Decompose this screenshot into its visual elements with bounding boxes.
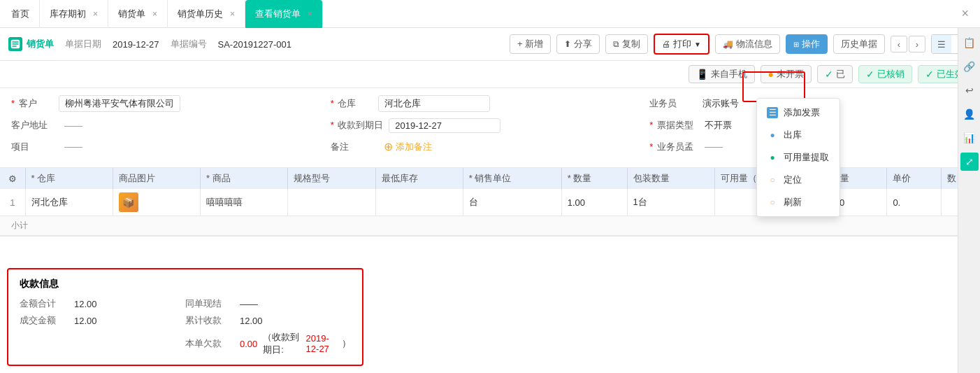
dropdown-available-qty[interactable]: ● 可用量提取 [757,146,840,169]
outbound-icon: ● [767,129,778,141]
arrears-row: 本单欠款 0.00 （收款到期日: 2019-12-27 ） [185,331,351,356]
tab-sales-order-close[interactable]: × [152,9,157,19]
refresh-label: 刷新 [784,196,802,209]
cell-unit: 台 [463,189,561,216]
next-arrow[interactable]: › [909,36,925,52]
outbound-label: 出库 [784,129,802,141]
cell-min-stock [375,189,463,216]
sidebar-chart-icon[interactable]: 📊 [960,129,979,147]
tab-view-sales-close[interactable]: × [308,9,312,19]
col-product: * 商品 [201,168,288,189]
right-sidebar: 📋 🔗 ↩ 👤 📊 ⤢ [958,28,980,373]
add-note-btn[interactable]: ⊕ 添加备注 [378,139,438,155]
main-content: 销货单 单据日期 2019-12-27 单据编号 SA-20191227-001… [0,28,980,373]
col-settings[interactable]: ⚙ [0,168,25,189]
print-button[interactable]: 🖨 打印 ▼ [654,34,709,55]
doc-title: 销货单 [8,37,54,51]
cell-spec [288,189,375,216]
payment-date-label: * 收款到期日 [331,119,384,132]
already-cancelled-badge: ✓ 已核销 [858,65,912,83]
dropdown-refresh[interactable]: ○ 刷新 [757,191,840,213]
collection-grid: 金额合计 12.00 同单现结 —— 成交金额 12.00 累计收款 12.00 [20,297,351,356]
list-view-btn[interactable]: ☰ [932,35,951,53]
project-label: 项目 [11,141,53,153]
sidebar-expand-icon[interactable]: ⤢ [960,153,979,171]
dropdown-outbound[interactable]: ● 出库 [757,124,840,146]
tab-view-sales[interactable]: 查看销货单 × [245,0,323,28]
collection-box: 收款信息 金额合计 12.00 同单现结 —— 成交金额 12.00 累计收款 … [7,268,363,366]
new-button[interactable]: + 新增 [510,34,551,54]
sidebar-user-icon[interactable]: 👤 [960,105,979,123]
number-value: SA-20191227-001 [218,39,292,50]
address-label: 客户地址 [11,119,53,132]
transaction-label: 成交金额 [20,314,69,327]
sidebar-link-icon[interactable]: 🔗 [960,57,979,76]
arrears-note-end: ） [342,337,351,350]
address-field: 客户地址 —— [11,119,331,132]
cell-package: 1台 [627,189,714,216]
subtotal-label: 小计 [0,216,980,236]
date-value: 2019-12-27 [113,39,159,50]
sidebar-doc-icon[interactable]: 📋 [960,34,979,52]
status-row: 📱 来自手机 ● 未开票 ✓ 已 ✓ 已核销 ✓ 已生效 [0,61,980,88]
copy-button[interactable]: ⧉ 复制 [605,34,648,54]
prev-arrow[interactable]: ‹ [891,36,907,52]
from-phone-btn[interactable]: 📱 来自手机 [689,65,755,83]
tab-inventory-init[interactable]: 库存期初 × [40,0,108,28]
tab-sales-history-label: 销货单历史 [178,8,223,20]
tab-sales-order[interactable]: 销货单 × [108,0,168,28]
not-open-btn[interactable]: ● 未开票 [761,65,812,83]
tab-sales-history[interactable]: 销货单历史 × [168,0,245,28]
staff2-value: —— [699,140,728,153]
project-value: —— [59,140,88,153]
history-button[interactable]: 历史单据 [833,34,885,54]
nav-arrows: ‹ › [891,36,925,52]
arrears-note: （收款到期日: [263,331,300,356]
refresh-icon: ○ [767,197,778,208]
row-num: 1 [0,189,25,216]
col-min-stock: 最低库存 [375,168,463,189]
logistics-button[interactable]: 🚚 物流信息 [715,34,780,54]
locate-icon: ○ [767,174,778,185]
cumulative-row: 累计收款 12.00 [185,314,351,327]
ticket-label: * 票据类型 [649,119,693,132]
doc-header: 销货单 单据日期 2019-12-27 单据编号 SA-20191227-001… [0,28,980,61]
tab-inventory-close[interactable]: × [93,9,98,19]
available-qty-label: 可用量提取 [784,151,829,164]
operate-button[interactable]: ⊞ 操作 [786,34,828,54]
staff-label: 业务员 [649,97,691,110]
same-order-value: —— [240,299,258,309]
available-qty-icon: ● [767,152,778,163]
sidebar-return-icon[interactable]: ↩ [960,81,979,99]
ticket-value: 不开票 [699,118,737,133]
cell-warehouse: 河北仓库 [25,189,113,216]
tab-bar: 首页 库存期初 × 销货单 × 销货单历史 × 查看销货单 × × [0,0,980,28]
close-all-tabs[interactable]: × [956,6,974,21]
col-spec: 规格型号 [288,168,375,189]
note-label: 备注 [331,141,373,153]
tab-sales-history-close[interactable]: × [230,9,235,19]
doc-meta: 单据日期 2019-12-27 单据编号 SA-20191227-001 [65,38,291,50]
payment-date-value[interactable]: 2019-12-27 [389,118,500,133]
dropdown-add-invoice[interactable]: ☰ 添加发票 [757,101,840,124]
product-thumbnail: 📦 [119,192,138,212]
customer-value[interactable]: 柳州粤港平安气体有限公司 [59,95,180,112]
col-image: 商品图片 [113,168,200,189]
cell-product: 嘻嘻嘻嘻 [201,189,288,216]
dropdown-menu: ☰ 添加发票 ● 出库 ● 可用量提取 ○ 定位 ○ 刷新 [756,98,840,217]
confirm-btn[interactable]: ✓ 已 [817,65,853,83]
warehouse-value[interactable]: 河北仓库 [378,95,490,112]
date-label: 单据日期 [65,38,101,50]
tab-home[interactable]: 首页 [6,0,40,28]
transaction-row: 成交金额 12.00 [20,314,185,327]
cumulative-label: 累计收款 [185,314,234,327]
total-amount-value: 12.00 [74,299,97,309]
collection-title: 收款信息 [20,278,351,290]
staff2-label: * 业务员孟 [649,141,693,153]
dropdown-locate[interactable]: ○ 定位 [757,169,840,191]
tab-sales-order-label: 销货单 [118,8,145,20]
share-button[interactable]: ⬆ 分享 [556,34,600,54]
warehouse-field: * 仓库 河北仓库 [331,95,650,112]
col-quantity: * 数量 [561,168,627,189]
total-amount-label: 金额合计 [20,297,69,310]
